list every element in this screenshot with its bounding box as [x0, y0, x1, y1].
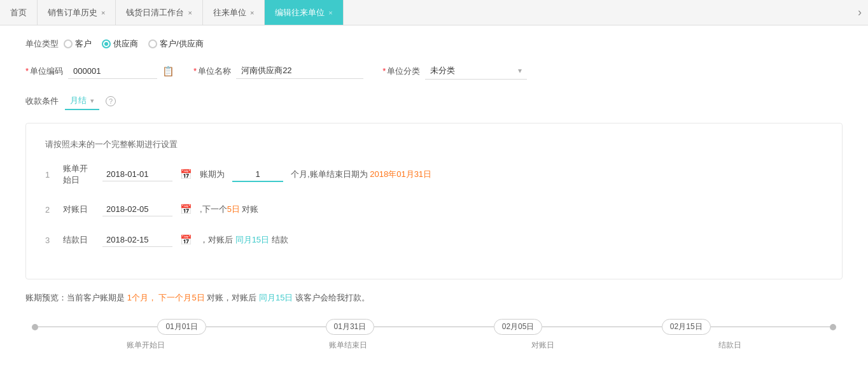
- payment-condition-select[interactable]: 月结 ▾: [65, 92, 99, 110]
- row2-date-input[interactable]: [102, 202, 172, 216]
- period-box: 请按照未来的一个完整帐期进行设置 1 账单开始日 📅 账期为 个月,账单结束日期…: [25, 123, 843, 279]
- row1-suffix-after: 个月,账单结束日期为 2018年01月31日: [291, 169, 431, 180]
- timeline-pill-3: 02月05日: [494, 319, 543, 335]
- payment-dropdown-icon: ▾: [90, 97, 94, 105]
- tab-close-edit-partner[interactable]: ×: [328, 9, 332, 17]
- main-content: 单位类型 客户 供应商 客户/供应商 *单位编码: [0, 25, 868, 387]
- row2-type: 对账日: [63, 204, 95, 215]
- tab-edit-partner[interactable]: 编辑往来单位 ×: [265, 0, 343, 25]
- timeline-end-dot: [830, 324, 836, 330]
- tab-more-button[interactable]: ›: [851, 0, 868, 25]
- period-box-title: 请按照未来的一个完整帐期进行设置: [45, 139, 823, 150]
- timeline-node-1: 01月01日: [157, 319, 206, 335]
- timeline-node-2: 01月31日: [326, 319, 375, 335]
- unit-code-label: *单位编码: [25, 66, 63, 77]
- unit-category-select[interactable]: 未分类 ▾: [425, 62, 527, 80]
- timeline-label-2: 账单结束日: [329, 340, 367, 351]
- unit-name-group: *单位名称: [193, 64, 363, 79]
- unit-code-group: *单位编码 📋: [25, 64, 174, 79]
- timeline-node-4: 02月15日: [662, 319, 711, 335]
- timeline-node-3: 02月05日: [494, 319, 543, 335]
- timeline-seg-3: [374, 327, 493, 327]
- timeline-pill-2: 01月31日: [326, 319, 375, 335]
- unit-type-group: 单位类型 客户 供应商 客户/供应商: [25, 38, 204, 50]
- row3-type: 结款日: [63, 234, 95, 246]
- radio-customer[interactable]: 客户: [64, 38, 92, 50]
- row3-date-input[interactable]: [102, 233, 172, 247]
- timeline-seg-1: [38, 327, 157, 327]
- tabs-bar: 首页 销售订单历史 × 钱货日清工作台 × 往来单位 × 编辑往来单位 × ›: [0, 0, 868, 25]
- period-row-1: 1 账单开始日 📅 账期为 个月,账单结束日期为 2018年01月31日: [45, 163, 823, 186]
- timeline-label-3: 对账日: [531, 340, 554, 351]
- copy-icon[interactable]: 📋: [162, 66, 174, 77]
- radio-group: 客户 供应商 客户/供应商: [64, 38, 204, 50]
- period-row-3: 3 结款日 📅 ，对账后 同月15日 结款: [45, 233, 823, 247]
- unit-info-row: *单位编码 📋 *单位名称 *单位分类 未分类 ▾: [25, 62, 843, 80]
- timeline-pill-4: 02月15日: [662, 319, 711, 335]
- timeline-start-dot: [32, 324, 38, 330]
- tab-sales-history[interactable]: 销售订单历史 ×: [38, 0, 116, 25]
- timeline-seg-4: [542, 327, 661, 327]
- row3-suffix: ，对账后 同月15日 结款: [200, 234, 288, 246]
- row1-suffix-before: 账期为: [200, 169, 225, 180]
- unit-type-row: 单位类型 客户 供应商 客户/供应商: [25, 38, 843, 50]
- timeline-label-4: 结款日: [718, 340, 741, 351]
- row1-period-input[interactable]: [232, 167, 283, 182]
- tab-cash-work[interactable]: 钱货日清工作台 ×: [116, 0, 202, 25]
- category-dropdown-icon: ▾: [518, 66, 522, 75]
- radio-circle-supplier: [102, 39, 111, 48]
- row1-calendar-icon[interactable]: 📅: [180, 169, 192, 180]
- timeline-seg-5: [711, 327, 830, 327]
- timeline-container: 01月01日 01月31日 02月05日 02月15日 账单开始日 账单结束日 …: [25, 319, 843, 351]
- row3-calendar-icon[interactable]: 📅: [180, 234, 192, 246]
- preview-text: 账期预览：当前客户账期是 1个月， 下一个月5日 对账，对账后 同月15日 该客…: [25, 292, 843, 304]
- unit-name-label: *单位名称: [193, 66, 231, 77]
- tab-close-cash-work[interactable]: ×: [188, 9, 192, 17]
- radio-both[interactable]: 客户/供应商: [148, 38, 204, 50]
- timeline-label-1: 账单开始日: [127, 340, 165, 351]
- row2-suffix: ,下一个5日 对账: [200, 204, 258, 215]
- unit-type-label: 单位类型: [25, 38, 59, 50]
- row1-date-input[interactable]: [102, 167, 172, 181]
- unit-category-group: *单位分类 未分类 ▾: [382, 62, 527, 80]
- unit-code-input[interactable]: [68, 64, 157, 79]
- unit-name-input[interactable]: [236, 64, 363, 79]
- radio-circle-customer: [64, 39, 73, 48]
- tab-close-sales-history[interactable]: ×: [101, 9, 105, 17]
- row1-type: 账单开始日: [63, 163, 95, 186]
- period-row-2: 2 对账日 📅 ,下一个5日 对账: [45, 202, 823, 216]
- unit-category-label: *单位分类: [382, 66, 420, 77]
- payment-condition-group: 收款条件 月结 ▾ ?: [25, 92, 116, 110]
- radio-supplier[interactable]: 供应商: [102, 38, 138, 50]
- row2-calendar-icon[interactable]: 📅: [180, 204, 192, 215]
- radio-circle-both: [148, 39, 157, 48]
- timeline-seg-2: [206, 327, 325, 327]
- tab-home[interactable]: 首页: [0, 0, 38, 25]
- tab-partner[interactable]: 往来单位 ×: [203, 0, 265, 25]
- timeline-track: 01月01日 01月31日 02月05日 02月15日: [32, 319, 836, 335]
- payment-condition-row: 收款条件 月结 ▾ ?: [25, 92, 843, 110]
- payment-condition-label: 收款条件: [25, 95, 59, 107]
- tab-close-partner[interactable]: ×: [250, 9, 254, 17]
- help-icon[interactable]: ?: [106, 96, 116, 106]
- timeline-pill-1: 01月01日: [157, 319, 206, 335]
